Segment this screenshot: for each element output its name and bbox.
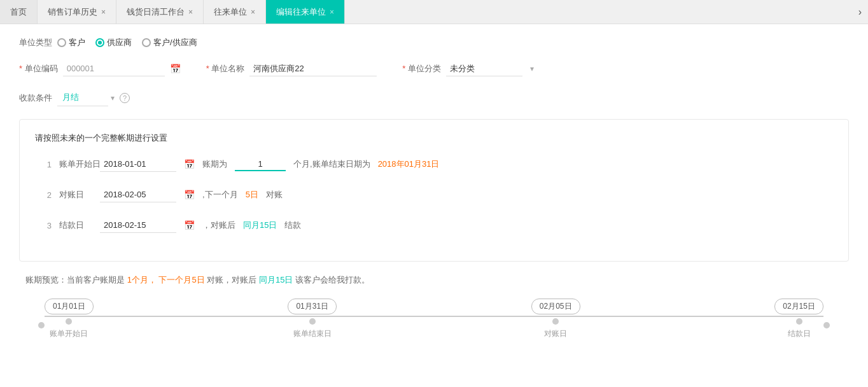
period-row-1-desc-label: 账期为 — [202, 158, 227, 170]
timeline-badge-3: 02月05日 — [531, 299, 580, 314]
unit-category-label: 单位分类 — [402, 63, 441, 74]
timeline-section: 01月01日 账单开始日 01月31日 账单结束日 02月05日 对账 — [19, 299, 849, 339]
timeline-line — [45, 316, 823, 317]
tab-partner-units[interactable]: 往来单位 × — [204, 0, 266, 24]
timeline-points: 01月01日 账单开始日 01月31日 账单结束日 02月05日 对账 — [45, 299, 823, 339]
period-row-3-type: 结款日 — [59, 220, 92, 231]
preview-part2: 下一个月5日 — [158, 275, 204, 285]
timeline-dot-2 — [309, 318, 316, 325]
preview-part4: 同月15日 — [259, 275, 293, 285]
period-row-1-calendar-icon[interactable]: 📅 — [184, 159, 195, 169]
period-row-2-desc-num: 5日 — [246, 189, 258, 201]
tab-edit-partner[interactable]: 编辑往来单位 × — [266, 0, 345, 24]
unit-name-label: 单位名称 — [206, 63, 245, 74]
tab-sales-history-label: 销售订单历史 — [48, 6, 97, 18]
unit-code-input[interactable] — [63, 61, 165, 76]
code-name-category-row: 单位编码 📅 单位名称 单位分类 未分类 ▾ — [19, 61, 849, 76]
timeline-badge-4: 02月15日 — [774, 299, 823, 314]
radio-both-circle — [142, 38, 151, 47]
radio-customer-label: 客户 — [69, 37, 85, 48]
tab-cash-work[interactable]: 钱货日清工作台 × — [116, 0, 204, 24]
timeline-badge-1: 01月01日 — [45, 299, 94, 314]
radio-supplier[interactable]: 供应商 — [95, 37, 132, 48]
timeline-right-dot — [823, 322, 830, 328]
preview-part1: 1个月， — [127, 275, 157, 285]
period-row-2-desc-prefix: ,下一个月 — [202, 189, 238, 201]
payment-value[interactable]: 月结 — [57, 89, 108, 106]
timeline-point-1: 01月01日 账单开始日 — [45, 299, 94, 339]
preview-part3: 对账，对账后 — [207, 275, 256, 285]
period-row-2: 2 对账日 📅 ,下一个月 5日 对账 — [35, 187, 833, 202]
radio-both-label: 客户/供应商 — [153, 37, 197, 48]
period-title: 请按照未来的一个完整帐期进行设置 — [35, 132, 833, 144]
preview-part5: 该客户会给我打款。 — [295, 275, 370, 285]
timeline-dot-4 — [796, 318, 802, 325]
timeline-dot-3 — [552, 318, 559, 325]
period-row-2-calendar-icon[interactable]: 📅 — [184, 190, 195, 200]
period-row-1-highlight: 2018年01月31日 — [378, 158, 440, 170]
payment-label: 收款条件 — [19, 92, 52, 104]
period-row-1: 1 账单开始日 📅 账期为 个月,账单结束日期为 2018年01月31日 — [35, 157, 833, 172]
tab-edit-partner-label: 编辑往来单位 — [276, 6, 326, 18]
period-row-3-desc-prefix: ，对账后 — [202, 220, 235, 231]
timeline-inner: 01月01日 账单开始日 01月31日 账单结束日 02月05日 对账 — [45, 299, 823, 339]
unit-code-field: 单位编码 📅 — [19, 61, 181, 76]
tab-partner-units-label: 往来单位 — [214, 6, 247, 18]
close-partner-units-icon[interactable]: × — [251, 8, 255, 17]
tab-more-button[interactable]: › — [852, 0, 868, 24]
timeline-left-dot — [38, 322, 45, 328]
timeline-point-4: 02月15日 结款日 — [774, 299, 823, 339]
close-sales-history-icon[interactable]: × — [101, 8, 106, 17]
payment-arrow-icon[interactable]: ▾ — [111, 94, 115, 102]
tab-home-label: 首页 — [10, 6, 27, 18]
period-row-2-date-input[interactable] — [100, 187, 176, 202]
period-row-3-calendar-icon[interactable]: 📅 — [184, 220, 195, 230]
timeline-wrapper: 01月01日 账单开始日 01月31日 账单结束日 02月05日 对账 — [38, 299, 830, 339]
tab-sales-history[interactable]: 销售订单历史 × — [38, 0, 116, 24]
main-content: 单位类型 客户 供应商 客户/供应商 单位编码 📅 — [0, 24, 868, 387]
timeline-dot-1 — [66, 318, 72, 325]
unit-code-calendar-icon[interactable]: 📅 — [170, 64, 181, 74]
unit-code-label: 单位编码 — [19, 63, 58, 74]
period-row-1-desc-prefix: 个月,账单结束日期为 — [293, 158, 370, 170]
unit-category-select[interactable]: 未分类 — [446, 61, 522, 76]
period-row-1-type: 账单开始日 — [59, 158, 92, 170]
period-row-1-date-input[interactable] — [100, 157, 176, 172]
period-row-1-num: 1 — [41, 160, 52, 169]
unit-name-field: 单位名称 — [206, 61, 377, 76]
period-row-2-num: 2 — [41, 190, 52, 200]
preview-label: 账期预览：当前客户账期是 — [25, 275, 125, 285]
unit-type-row: 单位类型 客户 供应商 客户/供应商 — [19, 37, 849, 48]
tab-home[interactable]: 首页 — [0, 0, 38, 24]
timeline-label-4: 结款日 — [788, 328, 811, 339]
unit-type-label: 单位类型 — [19, 37, 52, 48]
unit-category-arrow-icon: ▾ — [530, 64, 534, 73]
radio-customer[interactable]: 客户 — [57, 37, 85, 48]
payment-dropdown-group: 月结 ▾ — [57, 89, 115, 106]
unit-category-dropdown[interactable]: 未分类 ▾ — [446, 61, 535, 76]
unit-category-field: 单位分类 未分类 ▾ — [402, 61, 535, 76]
radio-both[interactable]: 客户/供应商 — [142, 37, 197, 48]
payment-field: 收款条件 月结 ▾ ? — [19, 89, 130, 106]
radio-supplier-label: 供应商 — [107, 37, 132, 48]
radio-supplier-circle — [95, 38, 104, 47]
timeline-point-3: 02月05日 对账日 — [531, 299, 580, 339]
period-row-3-desc-suffix: 结款 — [284, 220, 301, 231]
timeline-label-3: 对账日 — [544, 328, 567, 339]
radio-group: 客户 供应商 客户/供应商 — [57, 37, 197, 48]
period-row-2-type: 对账日 — [59, 189, 92, 201]
timeline-badge-2: 01月31日 — [288, 299, 337, 314]
close-cash-work-icon[interactable]: × — [188, 8, 193, 17]
period-settings-box: 请按照未来的一个完整帐期进行设置 1 账单开始日 📅 账期为 个月,账单结束日期… — [19, 119, 849, 262]
period-row-3-date-input[interactable] — [100, 218, 176, 233]
unit-type-field: 单位类型 客户 供应商 客户/供应商 — [19, 37, 197, 48]
unit-name-input[interactable] — [249, 61, 377, 76]
timeline-label-1: 账单开始日 — [50, 328, 88, 339]
payment-help-icon[interactable]: ? — [120, 93, 130, 103]
close-edit-partner-icon[interactable]: × — [330, 8, 334, 17]
timeline-label-2: 账单结束日 — [293, 328, 332, 339]
period-row-2-desc-suffix: 对账 — [266, 189, 283, 201]
preview-text: 账期预览：当前客户账期是 1个月， 下一个月5日 对账，对账后 同月15日 该客… — [19, 274, 849, 286]
period-row-3: 3 结款日 📅 ，对账后 同月15日 结款 — [35, 218, 833, 233]
period-input[interactable] — [235, 158, 286, 171]
